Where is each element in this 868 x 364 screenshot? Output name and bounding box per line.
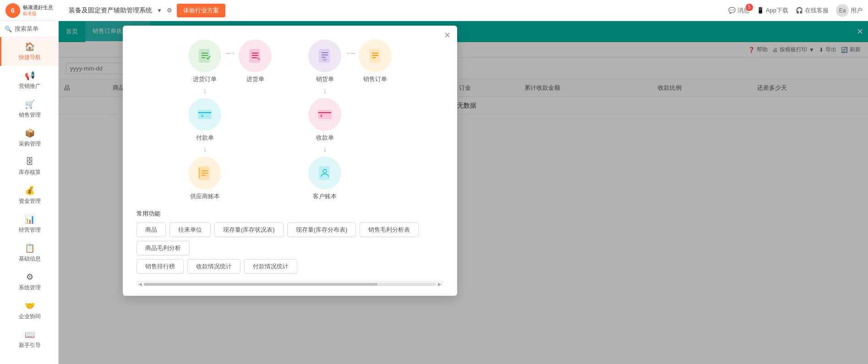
basic-info-icon: 📋	[25, 243, 35, 253]
payment-icon: ¥	[188, 98, 221, 131]
sidebar-item-inventory[interactable]: 🗄 库存核算	[0, 152, 58, 181]
online-service-btn[interactable]: 🎧 在线客服	[796, 6, 829, 15]
message-icon: 💬	[728, 7, 736, 14]
common-btn-payment-stats[interactable]: 付款情况统计	[244, 259, 297, 274]
arrow-down-2: ↓	[203, 144, 207, 155]
finance-icon: 💰	[25, 185, 35, 196]
system-dropdown-btn[interactable]: ▼	[157, 7, 162, 14]
flow-node-purchase-order[interactable]: 进货订单	[188, 39, 221, 83]
purchase-icon: 📦	[25, 128, 35, 138]
common-btn-sales-profit[interactable]: 销售毛利分析表	[360, 223, 419, 237]
svg-rect-21	[323, 59, 327, 61]
top-bar: 6 畅康通好生意 标准版 装备及固定资产辅助管理系统 ▼ ⚙ 体验行业方案 💬 …	[0, 0, 868, 21]
svg-text:✎: ✎	[257, 57, 261, 61]
flow-node-customer-ledger[interactable]: 客户账本	[308, 157, 341, 201]
purchase-order-icon	[188, 39, 221, 72]
sidebar-search[interactable]: 🔍 搜索菜单	[0, 21, 58, 37]
h-arrow-2: ← - - - -	[346, 39, 354, 56]
sidebar-item-marketing[interactable]: 📢 营销推广	[0, 66, 58, 95]
flow-node-supplier-ledger[interactable]: 供应商账本	[188, 157, 221, 201]
payment-label: 付款单	[196, 134, 214, 142]
common-btn-receipt-stats[interactable]: 收款情况统计	[187, 259, 240, 274]
content-area: 首页 销售订单执行表 ✕ ✕ ❓ 帮助 �	[59, 21, 868, 364]
modal-box: ✕ 进货订单 ↓	[123, 26, 457, 296]
sidebar-item-basic-info[interactable]: 📋 基础信息	[0, 239, 58, 267]
common-functions-title: 常用功能	[136, 210, 443, 218]
receipt-label: 收款单	[316, 134, 334, 142]
sale-order-label: 销售订单	[363, 75, 387, 83]
common-btn-sales-rank[interactable]: 销售排行榜	[136, 259, 184, 274]
flow-right-col: 销售订单	[354, 39, 396, 83]
purchase-order-label: 进货订单	[193, 75, 217, 83]
flow-node-sale-order[interactable]: 销售订单	[359, 39, 392, 83]
user-menu[interactable]: Ea 用户	[836, 4, 863, 17]
purchase-bill-label: 进货单	[246, 75, 264, 83]
operations-icon: 📊	[25, 214, 35, 224]
logo-text: 畅康通好生意 标准版	[23, 4, 53, 16]
headset-icon: 🎧	[796, 7, 803, 14]
scroll-right-btn[interactable]: ▶	[438, 282, 442, 287]
user-avatar: Ea	[836, 4, 849, 17]
system-title: 装备及固定资产辅助管理系统	[69, 6, 152, 15]
system-icon: ⚙	[26, 272, 33, 282]
sidebar-item-purchase[interactable]: 📦 采购管理	[0, 124, 58, 152]
experience-btn[interactable]: 体验行业方案	[177, 4, 225, 17]
flow-node-purchase-bill[interactable]: ✎ 进货单	[239, 39, 272, 83]
search-icon: 🔍	[5, 26, 12, 33]
common-btn-product[interactable]: 商品	[136, 223, 166, 237]
svg-rect-8	[198, 168, 200, 179]
sidebar-item-system[interactable]: ⚙ 系统管理	[0, 267, 58, 296]
sidebar-item-sales[interactable]: 🛒 销售管理	[0, 95, 58, 124]
svg-text:¥: ¥	[201, 114, 204, 118]
svg-text:¥: ¥	[320, 114, 323, 118]
flow-node-sale-bill[interactable]: 销货单	[308, 39, 341, 83]
scroll-track[interactable]	[144, 283, 436, 286]
sidebar-item-cooperation[interactable]: 🤝 企业协同	[0, 296, 58, 325]
scroll-thumb[interactable]	[144, 283, 377, 286]
modal-close-btn[interactable]: ✕	[444, 30, 451, 40]
common-btn-stock-dist[interactable]: 现存量(库存分布表)	[287, 223, 356, 237]
h-arrow-1: - - - - →	[226, 39, 234, 56]
message-badge: 5	[746, 4, 753, 11]
arrow-down-4: ↓	[323, 144, 327, 155]
home-icon: 🏠	[25, 42, 35, 52]
common-btn-stock-status[interactable]: 现存量(库存状况表)	[214, 223, 284, 237]
flow-mid-right-col: 销货单 ↓ ¥ 收款单 ↓	[304, 39, 346, 201]
logo-icon: 6	[5, 3, 20, 18]
common-buttons-row: 商品 往来单位 现存量(库存状况表) 现存量(库存分布表) 销售毛利分析表 商品…	[136, 223, 443, 255]
flow-diagram: 进货订单 ↓ ¥ 付款单 ↓	[136, 39, 443, 201]
flow-node-receipt[interactable]: ¥ 收款单	[308, 98, 341, 142]
supplier-ledger-label: 供应商账本	[190, 192, 220, 201]
arrow-down-3: ↓	[323, 85, 327, 96]
settings-btn[interactable]: ⚙	[167, 7, 172, 14]
message-btn[interactable]: 💬 消息 5	[728, 6, 749, 15]
app-download-btn[interactable]: 📱 App下载	[757, 6, 788, 15]
arrow-down-1: ↓	[203, 85, 207, 96]
purchase-bill-icon: ✎	[239, 39, 272, 72]
top-right: 💬 消息 5 📱 App下载 🎧 在线客服 Ea 用户	[728, 4, 863, 17]
common-section: 常用功能 商品 往来单位 现存量(库存状况表) 现存量(库存分布表) 销售毛利分…	[136, 210, 443, 274]
sale-bill-icon	[308, 39, 341, 72]
logo-area: 6 畅康通好生意 标准版	[5, 3, 64, 18]
main-area: 🔍 搜索菜单 🏠 快捷导航 📢 营销推广 🛒 销售管理 📦 采购管理 🗄	[0, 21, 868, 364]
guide-icon: 📖	[25, 330, 35, 340]
flow-node-payment[interactable]: ¥ 付款单	[188, 98, 221, 142]
sale-order-icon	[359, 39, 392, 72]
supplier-ledger-icon	[188, 157, 221, 190]
flow-left-col: 进货订单 ↓ ¥ 付款单 ↓	[184, 39, 226, 201]
customer-ledger-icon	[308, 157, 341, 190]
scroll-left-btn[interactable]: ◀	[138, 282, 142, 287]
sidebar-item-quick-nav[interactable]: 🏠 快捷导航	[0, 37, 58, 66]
common-btn-product-profit[interactable]: 商品毛利分析	[136, 241, 190, 255]
app-download-icon: 📱	[757, 7, 764, 14]
receipt-icon: ¥	[308, 98, 341, 131]
sidebar-item-finance[interactable]: 💰 资金管理	[0, 181, 58, 210]
svg-rect-4	[198, 110, 211, 119]
common-btn-partner[interactable]: 往来单位	[169, 223, 211, 237]
customer-ledger-label: 客户账本	[313, 192, 337, 201]
sidebar-item-operations[interactable]: 📊 经营管理	[0, 210, 58, 239]
app-wrapper: 6 畅康通好生意 标准版 装备及固定资产辅助管理系统 ▼ ⚙ 体验行业方案 💬 …	[0, 0, 868, 364]
sidebar-item-guide[interactable]: 📖 新手引导	[0, 325, 58, 354]
sidebar: 🔍 搜索菜单 🏠 快捷导航 📢 营销推广 🛒 销售管理 📦 采购管理 🗄	[0, 21, 59, 364]
inventory-icon: 🗄	[26, 157, 34, 167]
